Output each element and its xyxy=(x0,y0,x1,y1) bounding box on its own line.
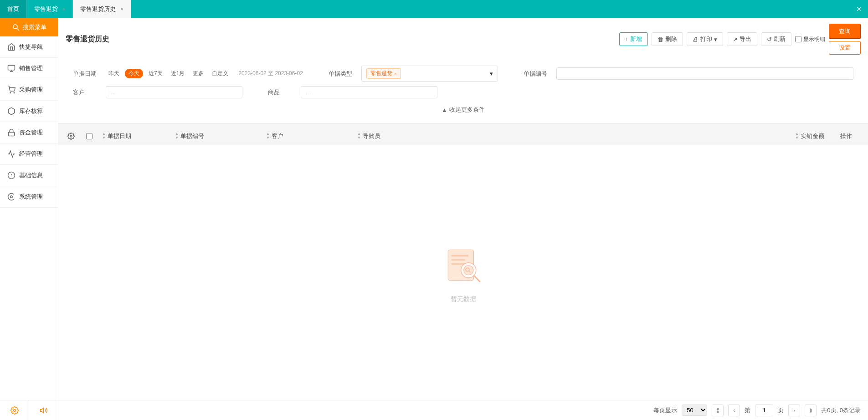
table-settings-icon xyxy=(67,133,75,140)
date-btn-yesterday[interactable]: 昨天 xyxy=(106,69,122,78)
col-guide-label: 导购员 xyxy=(363,132,380,140)
empty-illustration xyxy=(436,242,491,288)
goods-select[interactable]: ... xyxy=(301,86,437,98)
tab-retail-return-history-label: 零售退货历史 xyxy=(80,5,116,13)
bill-no-input[interactable] xyxy=(556,67,853,80)
pagination: 每页显示 50 100 200 ⟪ ‹ 第 1 页 › ⟫ 共0页, 0条记录 xyxy=(58,400,868,420)
col-date-header[interactable]: ▲ ▼ 单据日期 xyxy=(98,132,171,140)
date-sort-arrows: ▲ ▼ xyxy=(102,132,106,140)
first-page-button[interactable]: ⟪ xyxy=(712,405,724,416)
query-settings-group: 查询 设置 xyxy=(829,24,861,55)
filter-area: 单据日期 昨天 今天 近7天 近1月 更多 自定义 2023-06-02 至 2… xyxy=(66,60,861,123)
top-bar: 首页 零售退货 × 零售退货历史 × × xyxy=(0,0,868,18)
date-btn-1month[interactable]: 近1月 xyxy=(168,69,188,78)
bill-type-select[interactable]: 零售退货 × ▾ xyxy=(361,66,498,82)
print-dropdown-icon: ▾ xyxy=(714,36,717,43)
col-settings[interactable] xyxy=(62,133,80,140)
date-quick-buttons: 昨天 今天 近7天 近1月 更多 自定义 xyxy=(106,69,231,78)
page-header-top: 零售退货历史 + 新增 🗑 删除 🖨 打印 ▾ ↗ 导出 xyxy=(66,24,861,55)
guide-sort-arrows: ▲ ▼ xyxy=(357,132,361,140)
col-date-label: 单据日期 xyxy=(108,132,131,140)
sidebar-item-business-label: 经营管理 xyxy=(19,150,43,158)
sidebar-item-sales[interactable]: 销售管理 xyxy=(0,58,58,79)
sidebar-settings-button[interactable] xyxy=(0,400,29,420)
last-page-button[interactable]: ⟫ xyxy=(805,405,817,416)
col-customer-header[interactable]: ▲ ▼ 客户 xyxy=(262,132,354,140)
delete-label: 删除 xyxy=(665,35,677,43)
query-button[interactable]: 查询 xyxy=(829,24,861,39)
col-amount-header[interactable]: ▲ ▼ 实销金额 xyxy=(760,132,828,140)
empty-text: 暂无数据 xyxy=(451,295,476,303)
date-btn-custom[interactable]: 自定义 xyxy=(209,69,231,78)
col-guide-header[interactable]: ▲ ▼ 导购员 xyxy=(354,132,760,140)
sidebar-search-label: 搜索菜单 xyxy=(23,23,46,31)
svg-line-1 xyxy=(17,28,19,31)
sidebar-item-system-label: 系统管理 xyxy=(19,193,43,201)
sidebar: 搜索菜单 快捷导航 销售管理 采购管理 库存核算 xyxy=(0,18,58,420)
sidebar-search-button[interactable]: 搜索菜单 xyxy=(0,18,58,36)
date-btn-more[interactable]: 更多 xyxy=(190,69,206,78)
sidebar-item-inventory-label: 库存核算 xyxy=(19,107,43,115)
refresh-button[interactable]: ↺ 刷新 xyxy=(761,32,791,46)
sidebar-audio-button[interactable] xyxy=(29,400,58,420)
next-page-button[interactable]: › xyxy=(788,405,800,416)
sidebar-bottom xyxy=(0,400,58,420)
date-btn-7days[interactable]: 近7天 xyxy=(146,69,165,78)
col-bill-no-label: 单据编号 xyxy=(180,132,204,140)
print-button[interactable]: 🖨 打印 ▾ xyxy=(687,32,723,46)
sidebar-item-quicknav[interactable]: 快捷导航 xyxy=(0,36,58,58)
refresh-icon: ↺ xyxy=(767,36,772,43)
settings-button[interactable]: 设置 xyxy=(829,41,861,55)
customer-label: 客户 xyxy=(73,88,98,97)
export-button[interactable]: ↗ 导出 xyxy=(727,32,757,46)
tab-retail-return-label: 零售退货 xyxy=(34,5,58,13)
per-page-select[interactable]: 50 100 200 xyxy=(682,405,707,416)
table-header: ▲ ▼ 单据日期 ▲ ▼ 单据编号 ▲ ▼ xyxy=(58,127,868,145)
delete-icon: 🗑 xyxy=(657,36,663,43)
volume-icon xyxy=(40,406,48,415)
tab-retail-return-close[interactable]: × xyxy=(62,6,65,12)
sidebar-item-business[interactable]: 经营管理 xyxy=(0,143,58,165)
svg-point-20 xyxy=(463,265,473,275)
collapse-bar[interactable]: ▲ 收起更多条件 xyxy=(73,103,853,118)
bill-type-dropdown-icon: ▾ xyxy=(490,70,493,77)
customer-placeholder: ... xyxy=(111,89,116,96)
sidebar-item-purchase[interactable]: 采购管理 xyxy=(0,79,58,101)
tab-retail-return-history[interactable]: 零售退货历史 × xyxy=(73,0,131,18)
svg-rect-7 xyxy=(8,132,15,136)
check-all-checkbox[interactable] xyxy=(86,133,92,139)
bill-type-tag-label: 零售退货 xyxy=(370,70,392,77)
date-filter-label: 单据日期 xyxy=(73,70,98,78)
tab-retail-return[interactable]: 零售退货 × xyxy=(27,0,73,18)
tab-bar: 首页 零售退货 × 零售退货历史 × xyxy=(0,0,850,18)
tab-home[interactable]: 首页 xyxy=(0,0,27,18)
sidebar-item-inventory[interactable]: 库存核算 xyxy=(0,101,58,122)
bill-type-tag: 零售退货 × xyxy=(366,68,401,79)
date-btn-today[interactable]: 今天 xyxy=(125,69,143,78)
customer-select[interactable]: ... xyxy=(106,86,242,98)
prev-page-button[interactable]: ‹ xyxy=(728,405,740,416)
export-label: 导出 xyxy=(740,35,751,43)
toolbar: + 新增 🗑 删除 🖨 打印 ▾ ↗ 导出 ↺ xyxy=(619,24,861,55)
bill-type-tag-close[interactable]: × xyxy=(394,71,397,77)
main-layout: 搜索菜单 快捷导航 销售管理 采购管理 库存核算 xyxy=(0,18,868,420)
goods-placeholder: ... xyxy=(306,89,311,96)
col-bill-no-header[interactable]: ▲ ▼ 单据编号 xyxy=(171,132,262,140)
sidebar-item-system[interactable]: 系统管理 xyxy=(0,186,58,208)
sidebar-item-info[interactable]: 基础信息 xyxy=(0,165,58,186)
page-unit: 页 xyxy=(778,406,784,415)
tab-retail-return-history-close[interactable]: × xyxy=(120,6,123,12)
svg-line-21 xyxy=(474,276,480,282)
add-button[interactable]: + 新增 xyxy=(619,32,648,46)
delete-button[interactable]: 🗑 删除 xyxy=(652,32,683,46)
col-check-all[interactable] xyxy=(80,133,98,139)
total-text: 共0页, 0条记录 xyxy=(821,406,861,415)
page-number-input[interactable]: 1 xyxy=(755,405,773,416)
finance-icon xyxy=(7,128,15,137)
tab-home-label: 首页 xyxy=(7,5,19,13)
sidebar-item-finance[interactable]: 资金管理 xyxy=(0,122,58,143)
goods-label: 商品 xyxy=(268,88,293,97)
show-detail-checkbox[interactable] xyxy=(795,36,801,42)
window-close-button[interactable]: × xyxy=(850,0,868,18)
sidebar-item-info-label: 基础信息 xyxy=(19,171,43,179)
